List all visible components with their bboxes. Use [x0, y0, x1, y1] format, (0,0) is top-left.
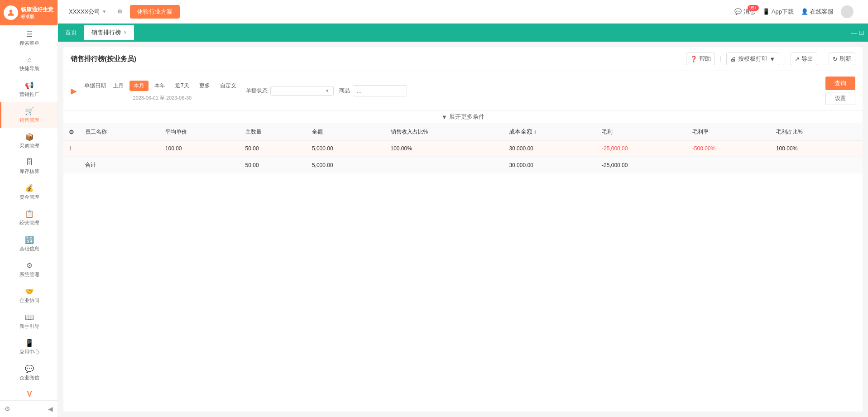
row-employee	[80, 141, 160, 157]
sidebar-item-finance[interactable]: 💰 资金管理	[0, 179, 58, 205]
home-icon: ⌂	[27, 56, 32, 64]
sidebar-label-shortcut: 快捷导航	[19, 65, 39, 72]
header-settings-btn[interactable]: ⚙	[114, 5, 126, 18]
sidebar-item-basics[interactable]: 🔢 基础信息	[0, 231, 58, 257]
print-btn[interactable]: 🖨 按模板打印 ▼	[726, 53, 779, 65]
footer-empty1	[63, 157, 80, 174]
cost-info-icon[interactable]: ℹ	[534, 129, 536, 134]
top-header: XXXXX公司 ▼ ⚙ 体验行业方案 💬 消息 99+ 📱 App下载 👤 在线…	[58, 0, 868, 24]
goods-input[interactable]: ...	[353, 85, 407, 96]
col-settings-icon[interactable]: ⚙	[69, 129, 74, 135]
message-icon: 💬	[734, 8, 742, 15]
print-icon: 🖨	[730, 56, 736, 62]
expand-label: 展开更多条件	[449, 113, 484, 121]
app-download-btn[interactable]: 📱 App下载	[762, 8, 794, 16]
user-avatar[interactable]	[841, 5, 854, 18]
tab-maximize-btn[interactable]: ⊡	[859, 29, 864, 36]
status-select[interactable]: ▼	[270, 86, 334, 96]
sidebar-item-inventory[interactable]: 🗄 库存核算	[0, 154, 58, 179]
footer-gross-pct	[771, 157, 863, 174]
print-dropdown-icon: ▼	[769, 56, 775, 62]
date-more-btn[interactable]: 更多	[195, 81, 214, 91]
sidebar-item-apps[interactable]: 📱 应用中心	[0, 334, 58, 360]
date-range-display: 2023-06-01 至 2023-06-30	[133, 95, 192, 101]
sidebar-label-sales: 销售管理	[19, 117, 39, 124]
help-btn[interactable]: ❓ 帮助	[686, 53, 715, 65]
footer-avg-price	[160, 157, 240, 174]
footer-cost: 30,000.00	[504, 157, 596, 174]
app-logo: 畅康通好生意 标准版	[0, 0, 58, 25]
enterprise-icon: 🤝	[25, 287, 34, 296]
sidebar: 畅康通好生意 标准版 ☰ 搜索菜单 ⌂ 快捷导航 📢 营销推广 🛒 销售管理 📦…	[0, 0, 58, 417]
finance-icon: 💰	[25, 184, 34, 192]
sidebar-label-operations: 经营管理	[19, 220, 39, 226]
settings-btn[interactable]: 设置	[825, 92, 855, 105]
sidebar-label-basics: 基础信息	[19, 245, 39, 252]
query-btn[interactable]: 查询	[825, 77, 855, 90]
col-amount-header: 全额	[307, 123, 385, 141]
sidebar-label-wechat: 企业微信	[19, 374, 39, 381]
row-gross-pct: 100.00%	[771, 141, 863, 157]
filter-collapse-toggle[interactable]: ▶	[71, 86, 77, 96]
company-name: XXXXX公司	[69, 8, 100, 16]
message-btn[interactable]: 💬 消息 99+	[734, 8, 755, 16]
tab-close-btn[interactable]: ×	[124, 29, 127, 36]
refresh-label: 刷新	[839, 55, 851, 63]
message-badge: 99+	[748, 5, 759, 11]
sidebar-item-enterprise[interactable]: 🤝 企业协同	[0, 283, 58, 308]
export-btn[interactable]: ↗ 导出	[791, 53, 817, 65]
row-cost: 30,000.00	[504, 141, 596, 157]
tab-sales-ranking[interactable]: 销售排行榜 ×	[84, 25, 134, 40]
company-selector[interactable]: XXXXX公司 ▼	[65, 6, 110, 18]
table-row: 1 100.00 50.00 5,000.00 100.00% 30,000.0…	[63, 141, 863, 157]
sidebar-item-search[interactable]: ☰ 搜索菜单	[0, 25, 58, 51]
col-settings[interactable]: ⚙	[63, 123, 80, 141]
footer-main-qty: 50.00	[240, 157, 307, 174]
sidebar-collapse-btn[interactable]: ◀	[48, 405, 53, 412]
date-this-year-btn[interactable]: 本年	[150, 81, 169, 91]
sidebar-item-marketing[interactable]: 📢 营销推广	[0, 77, 58, 102]
date-7days-btn[interactable]: 近7天	[171, 81, 193, 91]
sidebar-label-system: 系统管理	[19, 271, 39, 278]
tab-label: 销售排行榜	[91, 29, 121, 37]
collapse-arrow-icon[interactable]: ▶	[71, 86, 77, 96]
date-this-month-btn[interactable]: 本月	[129, 81, 149, 91]
tab-home[interactable]: 首页	[58, 25, 84, 40]
sidebar-item-wechat[interactable]: 💬 企业微信	[0, 360, 58, 386]
online-service-btn[interactable]: 👤 在线客服	[801, 8, 834, 16]
trial-button[interactable]: 体验行业方案	[130, 5, 180, 19]
help-icon: ❓	[690, 56, 697, 62]
sidebar-item-system[interactable]: ⚙ 系统管理	[0, 257, 58, 283]
expand-icon: ▼	[441, 114, 447, 120]
row-avg-price: 100.00	[160, 141, 240, 157]
sidebar-label-inventory: 库存核算	[19, 168, 39, 175]
expand-more-btn[interactable]: ▼ 展开更多条件	[441, 113, 484, 121]
page-header: 销售排行榜(按业务员) ❓ 帮助 🖨 按模板打印 ▼ ↗	[63, 47, 863, 71]
sidebar-label-apps: 应用中心	[19, 349, 39, 355]
company-dropdown-icon: ▼	[102, 9, 106, 14]
sidebar-settings-btn[interactable]: ⚙	[5, 405, 10, 412]
date-prev-month-btn[interactable]: 上月	[109, 81, 128, 91]
sidebar-item-purchase[interactable]: 📦 采购管理	[0, 128, 58, 154]
sidebar-item-newbie[interactable]: 📖 新手引导	[0, 308, 58, 334]
goods-more-icon: ...	[357, 87, 362, 94]
wechat-icon: 💬	[25, 364, 34, 373]
operations-icon: 📋	[25, 210, 34, 218]
date-custom-btn[interactable]: 自定义	[216, 81, 240, 91]
sidebar-label-search: 搜索菜单	[19, 40, 39, 47]
refresh-btn[interactable]: ↻ 刷新	[829, 53, 855, 65]
sidebar-item-sales[interactable]: 🛒 销售管理	[0, 102, 58, 128]
date-shortcuts: 上月 本月 本年 近7天 更多 自定义	[109, 81, 240, 91]
tab-minimize-btn[interactable]: —	[851, 29, 857, 36]
system-icon: ⚙	[26, 261, 33, 270]
divider1	[720, 56, 721, 62]
sidebar-item-shortcut[interactable]: ⌂ 快捷导航	[0, 51, 58, 77]
query-settings-group: 查询 设置	[825, 77, 855, 105]
app-name: 畅康通好生意	[21, 6, 53, 14]
apps-icon: 📱	[25, 339, 34, 347]
sidebar-item-member[interactable]: V 畅会员	[0, 386, 58, 400]
sidebar-item-operations[interactable]: 📋 经营管理	[0, 205, 58, 231]
divider2	[785, 56, 785, 62]
newbie-icon: 📖	[25, 313, 34, 321]
footer-row: 合计 50.00 5,000.00 30,000.00 -25,000.00	[63, 157, 863, 174]
